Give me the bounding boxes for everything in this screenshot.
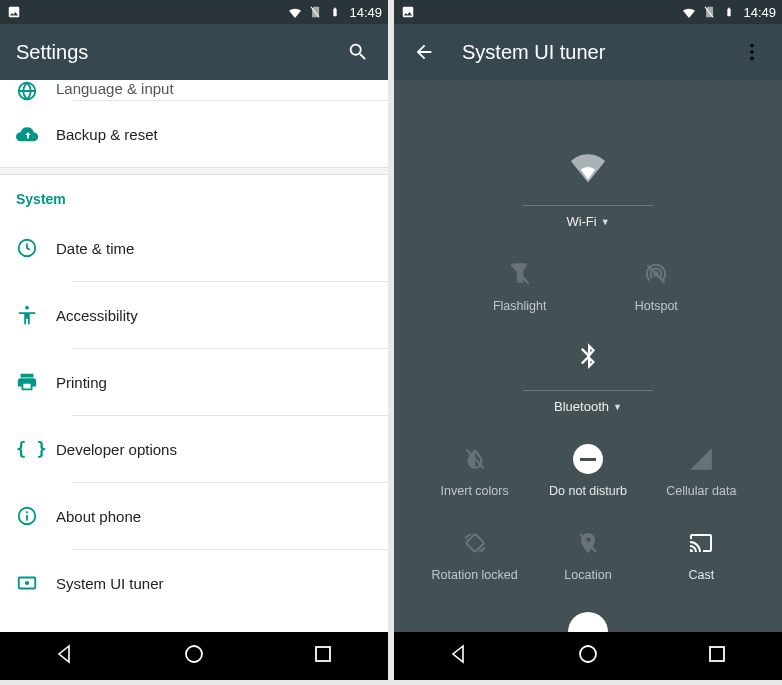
search-button[interactable] [344, 38, 372, 66]
svg-rect-9 [316, 647, 330, 661]
svg-point-10 [750, 44, 754, 48]
nav-home[interactable] [576, 642, 600, 670]
rotation-locked-icon [458, 526, 492, 560]
print-icon [16, 371, 56, 393]
status-time: 14:49 [349, 5, 382, 20]
phone-settings: 14:49 Settings Language & input Backup &… [0, 0, 388, 680]
system-ui-tuner-icon [16, 572, 56, 594]
tile-rotation[interactable]: Rotation locked [420, 526, 530, 582]
list-item-language[interactable]: Language & input [0, 80, 388, 100]
image-icon [400, 4, 416, 20]
app-bar: System UI tuner [394, 24, 782, 80]
sim-off-icon [307, 4, 323, 20]
tile-label: Rotation locked [432, 568, 518, 582]
settings-list: Language & input Backup & reset System D… [0, 80, 388, 632]
tile-location[interactable]: Location [533, 526, 643, 582]
nav-home[interactable] [182, 642, 206, 670]
nav-recent[interactable] [311, 642, 335, 670]
list-item-backup[interactable]: Backup & reset [0, 101, 388, 167]
tile-cellular[interactable]: Cellular data [646, 442, 756, 498]
nav-recent[interactable] [705, 642, 729, 670]
svg-rect-5 [26, 515, 28, 521]
list-item-about[interactable]: About phone [0, 483, 388, 549]
wifi-dropdown[interactable]: Wi-Fi▼ [566, 214, 609, 229]
tile-label: Cellular data [666, 484, 736, 498]
chevron-down-icon: ▼ [613, 402, 622, 412]
app-bar: Settings [0, 24, 388, 80]
tile-invert[interactable]: Invert colors [420, 442, 530, 498]
list-label: About phone [56, 508, 141, 525]
list-label: Printing [56, 374, 107, 391]
wifi-tile-icon[interactable] [571, 150, 605, 187]
wifi-icon [681, 4, 697, 20]
cellular-icon [684, 442, 718, 476]
list-item-tuner[interactable]: System UI tuner [0, 550, 388, 616]
battery-icon [721, 4, 737, 20]
clock-icon [16, 237, 56, 259]
page-title: System UI tuner [462, 41, 738, 64]
nav-bar [0, 632, 388, 680]
svg-point-12 [750, 57, 754, 61]
bottom-handle-icon[interactable] [568, 612, 608, 632]
location-icon [571, 526, 605, 560]
list-label: System UI tuner [56, 575, 164, 592]
back-button[interactable] [410, 38, 438, 66]
section-header-system: System [0, 175, 388, 215]
info-icon [16, 505, 56, 527]
svg-point-11 [750, 50, 754, 54]
flashlight-icon [503, 257, 537, 291]
list-item-datetime[interactable]: Date & time [0, 215, 388, 281]
cloud-upload-icon [16, 123, 56, 145]
list-item-devopts[interactable]: { } Developer options [0, 416, 388, 482]
bluetooth-dropdown[interactable]: Bluetooth▼ [554, 399, 622, 414]
svg-rect-16 [710, 647, 724, 661]
chevron-down-icon: ▼ [601, 217, 610, 227]
nav-bar [394, 632, 782, 680]
list-label: Backup & reset [56, 126, 158, 143]
nav-back[interactable] [53, 642, 77, 670]
accessibility-icon [16, 304, 56, 326]
tile-label: Hotspot [635, 299, 678, 313]
bluetooth-tile-icon[interactable] [574, 341, 602, 372]
nav-back[interactable] [447, 642, 471, 670]
phone-tuner: 14:49 System UI tuner Wi-Fi▼ Flashlight [394, 0, 782, 680]
page-title: Settings [16, 41, 344, 64]
hotspot-icon [639, 257, 673, 291]
status-time: 14:49 [743, 5, 776, 20]
tile-label: Invert colors [441, 484, 509, 498]
braces-icon: { } [16, 439, 56, 459]
globe-icon [16, 80, 56, 105]
bluetooth-label: Bluetooth [554, 399, 609, 414]
tile-label: Cast [688, 568, 714, 582]
status-bar: 14:49 [394, 0, 782, 24]
list-label: Developer options [56, 441, 177, 458]
list-item-printing[interactable]: Printing [0, 349, 388, 415]
svg-point-4 [26, 511, 28, 513]
list-label: Date & time [56, 240, 134, 257]
invert-colors-icon [458, 442, 492, 476]
svg-point-2 [25, 306, 29, 310]
list-item-accessibility[interactable]: Accessibility [0, 282, 388, 348]
tile-label: Flashlight [493, 299, 547, 313]
status-bar: 14:49 [0, 0, 388, 24]
battery-icon [327, 4, 343, 20]
sim-off-icon [701, 4, 717, 20]
tile-flashlight[interactable]: Flashlight [465, 257, 575, 313]
list-label: Language & input [56, 80, 174, 97]
tile-cast[interactable]: Cast [646, 526, 756, 582]
tile-dnd[interactable]: Do not disturb [533, 442, 643, 498]
svg-point-15 [580, 646, 596, 662]
list-label: Accessibility [56, 307, 138, 324]
tile-hotspot[interactable]: Hotspot [601, 257, 711, 313]
cast-icon [684, 526, 718, 560]
svg-point-8 [186, 646, 202, 662]
tile-label: Do not disturb [549, 484, 627, 498]
image-icon [6, 4, 22, 20]
do-not-disturb-icon [571, 442, 605, 476]
svg-point-7 [25, 581, 29, 585]
tile-label: Location [564, 568, 611, 582]
quick-settings-panel: Wi-Fi▼ Flashlight Hotspot Bluetooth▼ [394, 80, 782, 632]
overflow-menu[interactable] [738, 38, 766, 66]
wifi-label: Wi-Fi [566, 214, 596, 229]
wifi-icon [287, 4, 303, 20]
